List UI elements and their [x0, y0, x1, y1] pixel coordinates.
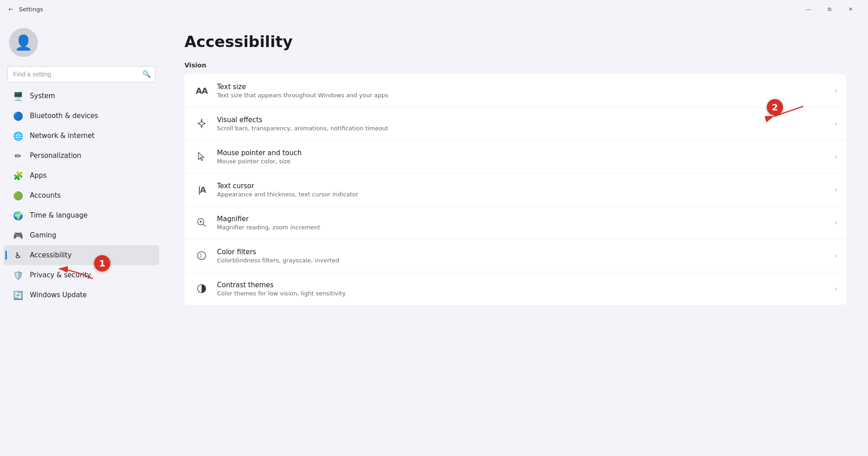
text-size-title: Text size [217, 83, 831, 91]
mouse-pointer-title: Mouse pointer and touch [217, 149, 831, 157]
settings-item-text-cursor[interactable]: |A Text cursor Appearance and thickness,… [184, 173, 846, 206]
close-button[interactable]: ✕ [840, 2, 861, 16]
color-filters-subtitle: Colorblindness filters, grayscale, inver… [217, 257, 831, 264]
time-icon: 🌍 [13, 210, 24, 221]
text-cursor-subtitle: Appearance and thickness, text cursor in… [217, 191, 831, 198]
sidebar-item-time[interactable]: 🌍 Time & language [4, 205, 159, 225]
system-icon: 🖥️ [13, 90, 24, 101]
chevron-icon: › [835, 285, 837, 292]
magnifier-title: Magnifier [217, 215, 831, 223]
sidebar-label-gaming: Gaming [30, 231, 57, 239]
section-vision: Vision [184, 62, 846, 69]
sidebar-item-accessibility[interactable]: ♿ Accessibility 1 [4, 245, 159, 265]
contrast-themes-title: Contrast themes [217, 281, 831, 289]
chevron-icon: › [835, 120, 837, 127]
accounts-icon: 🟢 [13, 190, 24, 201]
sidebar-label-bluetooth: Bluetooth & devices [30, 112, 98, 120]
settings-item-magnifier[interactable]: Magnifier Magnifier reading, zoom increm… [184, 206, 846, 239]
sidebar-item-privacy[interactable]: 🛡️ Privacy & security [4, 265, 159, 285]
sidebar-item-system[interactable]: 🖥️ System [4, 86, 159, 106]
mouse-pointer-subtitle: Mouse pointer color, size [217, 158, 831, 165]
user-icon: 👤 [14, 34, 33, 51]
title-bar: ← Settings — ⧉ ✕ [0, 0, 868, 18]
chevron-icon: › [835, 87, 837, 94]
mouse-pointer-icon [193, 148, 210, 165]
settings-item-contrast-themes[interactable]: Contrast themes Color themes for low vis… [184, 272, 846, 305]
sidebar-label-windows-update: Windows Update [30, 291, 87, 299]
svg-line-3 [203, 224, 206, 227]
user-profile[interactable]: 👤 [0, 24, 163, 66]
color-filters-title: Color filters [217, 248, 831, 256]
sidebar-label-system: System [30, 92, 55, 100]
magnifier-subtitle: Magnifier reading, zoom increment [217, 224, 831, 231]
settings-item-mouse-pointer[interactable]: Mouse pointer and touch Mouse pointer co… [184, 140, 846, 173]
contrast-themes-icon [193, 280, 210, 297]
visual-effects-icon [193, 115, 210, 132]
text-size-subtitle: Text size that appears throughout Window… [217, 92, 831, 99]
search-icon: 🔍 [142, 70, 151, 78]
settings-item-text-size[interactable]: AA Text size Text size that appears thro… [184, 74, 846, 107]
sidebar-label-network: Network & internet [30, 132, 94, 140]
network-icon: 🌐 [13, 130, 24, 141]
contrast-themes-subtitle: Color themes for low vision, light sensi… [217, 290, 831, 297]
sidebar-item-apps[interactable]: 🧩 Apps [4, 166, 159, 185]
personalization-icon: ✏️ [13, 150, 24, 161]
maximize-button[interactable]: ⧉ [819, 2, 840, 16]
sidebar-item-accounts[interactable]: 🟢 Accounts [4, 185, 159, 205]
windows-update-icon: 🔄 [13, 290, 24, 300]
sidebar-label-personalization: Personalization [30, 152, 81, 160]
page-title: Accessibility [184, 33, 846, 51]
minimize-button[interactable]: — [798, 2, 819, 16]
bluetooth-icon: 🔵 [13, 110, 24, 121]
privacy-icon: 🛡️ [13, 270, 24, 280]
sidebar-label-apps: Apps [30, 171, 47, 180]
sidebar-label-accounts: Accounts [30, 191, 61, 200]
sidebar-nav: 🖥️ System 🔵 Bluetooth & devices 🌐 Networ… [0, 86, 163, 305]
sidebar-item-personalization[interactable]: ✏️ Personalization [4, 146, 159, 166]
sidebar: 👤 🔍 🖥️ System 🔵 Bluetooth & devices 🌐 [0, 18, 163, 456]
apps-icon: 🧩 [13, 170, 24, 181]
sidebar-item-gaming[interactable]: 🎮 Gaming [4, 225, 159, 245]
gaming-icon: 🎮 [13, 230, 24, 241]
chevron-icon: › [835, 252, 837, 259]
text-size-icon: AA [193, 82, 210, 99]
settings-item-color-filters[interactable]: Color filters Colorblindness filters, gr… [184, 239, 846, 272]
chevron-icon: › [835, 153, 837, 160]
app-body: 👤 🔍 🖥️ System 🔵 Bluetooth & devices 🌐 [0, 18, 868, 456]
search-box: 🔍 [7, 66, 156, 82]
chevron-icon: › [835, 186, 837, 193]
search-input[interactable] [7, 66, 156, 82]
color-filters-icon [193, 247, 210, 264]
sidebar-item-windows-update[interactable]: 🔄 Windows Update [4, 285, 159, 305]
sidebar-label-privacy: Privacy & security [30, 271, 91, 279]
sidebar-item-network[interactable]: 🌐 Network & internet [4, 126, 159, 146]
sidebar-label-time: Time & language [30, 211, 88, 219]
back-button[interactable]: ← [7, 5, 14, 13]
sidebar-label-accessibility: Accessibility [30, 251, 71, 259]
text-cursor-title: Text cursor [217, 182, 831, 190]
visual-effects-subtitle: Scroll bars, transparency, animations, n… [217, 125, 831, 132]
chevron-icon: › [835, 219, 837, 226]
accessibility-icon: ♿ [13, 250, 24, 261]
content-area: Accessibility Vision AA Text size Text s… [163, 18, 868, 456]
sidebar-item-bluetooth[interactable]: 🔵 Bluetooth & devices [4, 106, 159, 126]
magnifier-icon [193, 214, 210, 231]
visual-effects-title: Visual effects [217, 116, 831, 124]
settings-item-visual-effects[interactable]: Visual effects Scroll bars, transparency… [184, 107, 846, 140]
text-cursor-icon: |A [193, 181, 210, 198]
settings-list: AA Text size Text size that appears thro… [184, 74, 846, 305]
app-title: Settings [19, 6, 43, 13]
avatar: 👤 [9, 28, 38, 57]
